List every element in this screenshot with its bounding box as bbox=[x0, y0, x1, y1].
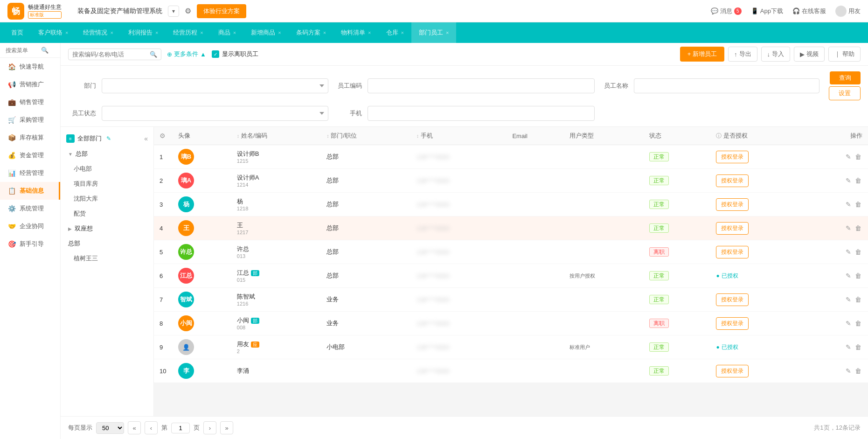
auth-btn[interactable]: 授权登录 bbox=[716, 365, 749, 377]
delete-button[interactable]: 🗑 bbox=[854, 295, 862, 304]
delete-button[interactable]: 🗑 bbox=[854, 176, 862, 185]
dept-filter-select[interactable] bbox=[102, 78, 328, 93]
import-button[interactable]: ↓ 导入 bbox=[761, 47, 791, 62]
close-customer-icon[interactable]: × bbox=[65, 30, 68, 35]
dept-item-dispatch[interactable]: 配货 bbox=[61, 206, 153, 221]
dept-edit-icon[interactable]: ✎ bbox=[106, 135, 111, 142]
help-button[interactable]: ｜ 帮助 bbox=[828, 47, 861, 62]
close-barcode-icon[interactable]: × bbox=[323, 30, 326, 35]
dept-item-small-electric[interactable]: 小电部 bbox=[61, 161, 153, 176]
delete-button[interactable]: 🗑 bbox=[854, 319, 862, 328]
auth-btn[interactable]: 授权登录 bbox=[716, 198, 749, 211]
sidebar-item-system[interactable]: ⚙️ 系统管理 bbox=[0, 200, 60, 217]
close-bom-icon[interactable]: × bbox=[368, 30, 371, 35]
edit-button[interactable]: ✎ bbox=[845, 342, 852, 352]
online-support-button[interactable]: 🎧 在线客服 bbox=[792, 7, 826, 15]
reset-button[interactable]: 设置 bbox=[829, 86, 861, 100]
app-download-button[interactable]: 📱 App下载 bbox=[751, 7, 783, 15]
delete-button[interactable]: 🗑 bbox=[854, 247, 862, 257]
close-history-icon[interactable]: × bbox=[200, 30, 203, 35]
video-button[interactable]: ▶ 视频 bbox=[794, 47, 825, 62]
close-goods-icon[interactable]: × bbox=[233, 30, 236, 35]
auth-btn[interactable]: 授权登录 bbox=[716, 174, 749, 187]
delete-button[interactable]: 🗑 bbox=[854, 342, 862, 352]
user-menu-button[interactable]: 用友 bbox=[835, 6, 861, 17]
sort-phone-icon[interactable]: ↕ bbox=[417, 133, 419, 139]
name-filter-input[interactable] bbox=[634, 78, 819, 93]
edit-button[interactable]: ✎ bbox=[845, 176, 852, 185]
delete-button[interactable]: 🗑 bbox=[854, 200, 862, 209]
delete-button[interactable]: 🗑 bbox=[854, 223, 862, 233]
delete-button[interactable]: 🗑 bbox=[854, 366, 862, 376]
show-resigned-toggle[interactable]: ✓ 显示离职员工 bbox=[212, 50, 258, 58]
tab-profit[interactable]: 利润报告 × bbox=[121, 22, 166, 43]
sidebar-item-operations[interactable]: 📊 经营管理 bbox=[0, 164, 60, 182]
tab-warehouse[interactable]: 仓库 × bbox=[379, 22, 411, 43]
tab-history[interactable]: 经营历程 × bbox=[166, 22, 210, 43]
sidebar-item-inventory[interactable]: 📦 库存核算 bbox=[0, 129, 60, 146]
close-add-goods-icon[interactable]: × bbox=[278, 30, 281, 35]
sidebar-item-basics[interactable]: 📋 基础信息 bbox=[0, 182, 60, 200]
delete-button[interactable]: 🗑 bbox=[854, 152, 862, 161]
add-employee-button[interactable]: + 新增员工 bbox=[680, 47, 724, 62]
page-size-select[interactable]: 50 20 100 bbox=[96, 422, 124, 434]
status-filter-select[interactable] bbox=[102, 106, 328, 121]
auth-btn[interactable]: 授权登录 bbox=[716, 222, 749, 235]
tab-home[interactable]: 首页 bbox=[4, 22, 31, 43]
auth-btn[interactable]: 授权登录 bbox=[716, 246, 749, 258]
export-button[interactable]: ↑ 导出 bbox=[728, 47, 757, 62]
dept-item-double[interactable]: ▶ 双座想 bbox=[61, 221, 153, 236]
dept-item-hq[interactable]: 总部 bbox=[61, 236, 153, 251]
close-employees-icon[interactable]: × bbox=[446, 30, 449, 35]
tab-goods[interactable]: 商品 × bbox=[211, 22, 243, 43]
edit-button[interactable]: ✎ bbox=[845, 200, 852, 209]
tab-customer[interactable]: 客户联络 × bbox=[31, 22, 76, 43]
query-button[interactable]: 查询 bbox=[830, 71, 861, 84]
search-input[interactable] bbox=[72, 51, 147, 58]
tab-employees[interactable]: 部门员工 × bbox=[411, 22, 456, 43]
tab-operations[interactable]: 经营情况 × bbox=[76, 22, 120, 43]
dept-collapse-button[interactable]: « bbox=[144, 135, 148, 142]
dept-item-project-storage[interactable]: 项目库房 bbox=[61, 176, 153, 191]
close-warehouse-icon[interactable]: × bbox=[401, 30, 404, 35]
prev-page-button[interactable]: ‹ bbox=[145, 421, 158, 434]
dept-item-general[interactable]: ▼ 总部 bbox=[61, 146, 153, 161]
column-settings-icon[interactable]: ⚙ bbox=[160, 132, 166, 139]
phone-filter-input[interactable] bbox=[368, 106, 594, 121]
next-page-button[interactable]: › bbox=[203, 421, 216, 434]
more-conditions-button[interactable]: ⊕ 更多条件 ▲ bbox=[167, 50, 206, 58]
last-page-button[interactable]: » bbox=[220, 421, 233, 434]
edit-button[interactable]: ✎ bbox=[845, 295, 852, 304]
edit-button[interactable]: ✎ bbox=[845, 223, 852, 233]
sidebar-item-marketing[interactable]: 📢 营销推广 bbox=[0, 76, 60, 93]
delete-button[interactable]: 🗑 bbox=[854, 271, 862, 280]
edit-button[interactable]: ✎ bbox=[845, 152, 852, 161]
edit-button[interactable]: ✎ bbox=[845, 247, 852, 257]
tab-barcode[interactable]: 条码方案 × bbox=[289, 22, 333, 43]
settings-button[interactable]: ⚙ bbox=[185, 7, 191, 15]
edit-button[interactable]: ✎ bbox=[845, 366, 852, 376]
sidebar-item-purchase[interactable]: 🛒 采购管理 bbox=[0, 111, 60, 129]
sidebar-item-collab[interactable]: 🤝 企业协同 bbox=[0, 217, 60, 235]
tab-bom[interactable]: 物料清单 × bbox=[333, 22, 378, 43]
sidebar-item-navigate[interactable]: 🏠 快速导航 bbox=[0, 58, 60, 76]
sidebar-item-guide[interactable]: 🎯 新手引导 bbox=[0, 235, 60, 253]
close-operations-icon[interactable]: × bbox=[110, 30, 113, 35]
experience-button[interactable]: 体验行业方案 bbox=[197, 4, 246, 18]
system-dropdown-button[interactable]: ▾ bbox=[168, 6, 179, 17]
first-page-button[interactable]: « bbox=[128, 421, 141, 434]
close-profit-icon[interactable]: × bbox=[155, 30, 158, 35]
message-button[interactable]: 💬 消息 5 bbox=[711, 7, 742, 15]
sidebar-item-finance[interactable]: 💰 资金管理 bbox=[0, 146, 60, 164]
sort-dept-icon[interactable]: ↕ bbox=[326, 133, 329, 139]
code-filter-input[interactable] bbox=[368, 78, 594, 93]
sidebar-item-sales[interactable]: 💼 销售管理 bbox=[0, 93, 60, 111]
dept-item-plant[interactable]: 植树王三 bbox=[61, 251, 153, 266]
auth-btn[interactable]: 授权登录 bbox=[716, 293, 749, 306]
tab-add-goods[interactable]: 新增商品 × bbox=[243, 22, 288, 43]
edit-button[interactable]: ✎ bbox=[845, 271, 852, 280]
edit-button[interactable]: ✎ bbox=[845, 319, 852, 328]
page-number-input[interactable] bbox=[171, 423, 190, 433]
auth-btn[interactable]: 授权登录 bbox=[716, 151, 749, 163]
auth-info-icon[interactable]: ⓘ bbox=[716, 132, 722, 139]
